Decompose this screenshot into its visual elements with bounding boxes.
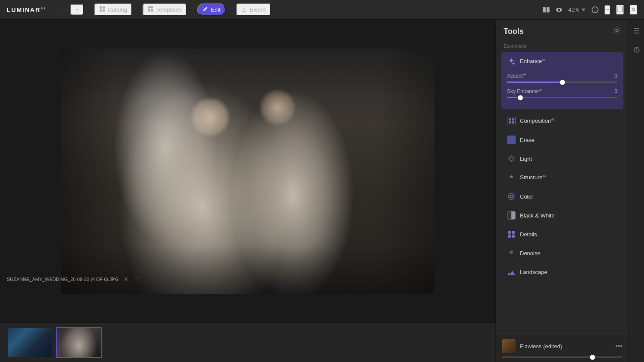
- svg-rect-4: [148, 6, 153, 8]
- add-icon: +: [76, 6, 79, 13]
- sky-enhancer-slider-row: Sky EnhancerAI 0: [507, 88, 617, 98]
- accent-slider-thumb[interactable]: [560, 80, 565, 85]
- color-icon: [507, 192, 516, 201]
- sky-enhancer-value: 0: [614, 88, 617, 94]
- erase-icon: [507, 136, 516, 144]
- export-nav[interactable]: Export: [236, 3, 271, 16]
- svg-rect-31: [508, 235, 511, 238]
- filename-bar: SUZANNE_AMY_WEDDING_26-09-20 (4 OF 6).JP…: [7, 276, 140, 283]
- preset-thumb-image: [502, 339, 516, 353]
- maximize-button[interactable]: ❐: [616, 5, 624, 15]
- topbar: LUMINARAI + Catalog Templates Edit Expor…: [0, 0, 644, 20]
- templates-label: Templates: [156, 6, 182, 13]
- favorite-button[interactable]: ♡: [134, 276, 140, 283]
- sidebar-tools-button[interactable]: [631, 25, 643, 37]
- bottom-strip: [0, 323, 495, 362]
- denoise-tool[interactable]: Denoise: [501, 244, 623, 262]
- sidebar-history-button[interactable]: [631, 44, 643, 56]
- landscape-tool[interactable]: Landscape: [501, 263, 623, 281]
- color-label: Color: [520, 193, 533, 200]
- topbar-right: 41% i − ❐ ✕: [543, 5, 637, 15]
- enhance-icon: [507, 57, 516, 66]
- catalog-nav[interactable]: Catalog: [94, 3, 132, 16]
- denoise-icon: [507, 249, 516, 257]
- preset-item: Flawless (edited) •••: [502, 339, 623, 353]
- templates-nav[interactable]: Templates: [143, 3, 187, 16]
- preset-slider-thumb[interactable]: [590, 355, 595, 360]
- svg-line-23: [509, 156, 509, 157]
- erase-tool[interactable]: Erase: [501, 131, 623, 149]
- thumbnail-2-image: [57, 328, 101, 357]
- black-white-icon: [507, 211, 516, 220]
- light-tool[interactable]: Light: [501, 150, 623, 168]
- color-tool[interactable]: Color: [501, 187, 623, 205]
- thumbnail-1[interactable]: [7, 327, 53, 358]
- edit-nav[interactable]: Edit: [197, 3, 225, 16]
- svg-rect-17: [512, 121, 514, 124]
- panel-settings-button[interactable]: [613, 27, 621, 36]
- svg-point-27: [508, 193, 514, 199]
- composition-tool[interactable]: CompositionAI: [501, 112, 623, 130]
- essentials-label: Essentials: [501, 42, 623, 52]
- svg-rect-29: [508, 231, 511, 234]
- preset-bar: Flawless (edited) •••: [496, 335, 629, 362]
- composition-label: CompositionAI: [520, 118, 554, 124]
- svg-rect-2: [100, 9, 102, 12]
- close-file-button[interactable]: ✕: [124, 276, 129, 283]
- svg-rect-6: [151, 9, 153, 12]
- svg-text:i: i: [595, 8, 595, 12]
- info-button[interactable]: i: [592, 6, 598, 13]
- thumbnail-1-image: [8, 328, 52, 357]
- svg-line-26: [513, 156, 513, 157]
- black-white-label: Black & White: [520, 212, 555, 219]
- add-button[interactable]: +: [70, 4, 84, 15]
- panel-title: Tools: [504, 27, 524, 36]
- edit-label: Edit: [211, 6, 220, 13]
- landscape-label: Landscape: [520, 269, 547, 275]
- tools-section: Essentials EnhanceAI: [496, 42, 629, 335]
- preview-toggle[interactable]: [556, 7, 562, 12]
- app-name: LUMINAR: [7, 6, 41, 13]
- svg-rect-1: [103, 6, 105, 9]
- topbar-divider: [60, 6, 60, 14]
- right-panel: Tools Essentials EnhanceAI: [495, 20, 629, 362]
- export-icon: [241, 6, 247, 13]
- zoom-level: 41%: [568, 6, 580, 13]
- layout-toggle[interactable]: [543, 7, 550, 12]
- sky-enhancer-slider[interactable]: [507, 97, 617, 98]
- sky-enhancer-thumb[interactable]: [518, 95, 523, 100]
- structure-tool[interactable]: StructureAI: [501, 169, 623, 187]
- enhance-label: EnhanceAI: [520, 58, 545, 64]
- edit-icon: [202, 6, 208, 13]
- photo-frame: [61, 48, 434, 294]
- app-logo: LUMINARAI: [7, 6, 46, 13]
- preset-slider[interactable]: [502, 356, 623, 358]
- light-label: Light: [520, 156, 532, 162]
- svg-rect-7: [543, 7, 546, 12]
- accent-slider[interactable]: [507, 81, 617, 83]
- enhance-tool-header[interactable]: EnhanceAI: [501, 52, 623, 71]
- sky-enhancer-label: Sky EnhancerAI: [507, 88, 542, 94]
- close-button[interactable]: ✕: [630, 5, 637, 15]
- details-tool[interactable]: Details: [501, 225, 623, 243]
- preset-menu-button[interactable]: •••: [615, 342, 623, 350]
- svg-rect-8: [547, 7, 550, 12]
- svg-rect-15: [512, 118, 514, 121]
- svg-rect-14: [509, 118, 511, 121]
- minimize-button[interactable]: −: [605, 5, 610, 15]
- structure-label: StructureAI: [520, 174, 546, 181]
- accent-label: AccentAI: [507, 72, 526, 79]
- svg-rect-30: [512, 231, 515, 234]
- details-label: Details: [520, 231, 537, 238]
- filename-label: SUZANNE_AMY_WEDDING_26-09-20 (4 OF 6).JP…: [7, 277, 118, 282]
- thumbnail-2[interactable]: [56, 327, 102, 358]
- svg-point-10: [558, 9, 560, 11]
- panel-header: Tools: [496, 20, 629, 42]
- svg-point-18: [510, 157, 513, 160]
- black-white-tool[interactable]: Black & White: [501, 206, 623, 224]
- thumbnail-strip: [7, 326, 102, 359]
- erase-label: Erase: [520, 137, 535, 143]
- app-superscript: AI: [41, 6, 46, 10]
- export-label: Export: [250, 6, 266, 13]
- zoom-control[interactable]: 41%: [568, 6, 586, 13]
